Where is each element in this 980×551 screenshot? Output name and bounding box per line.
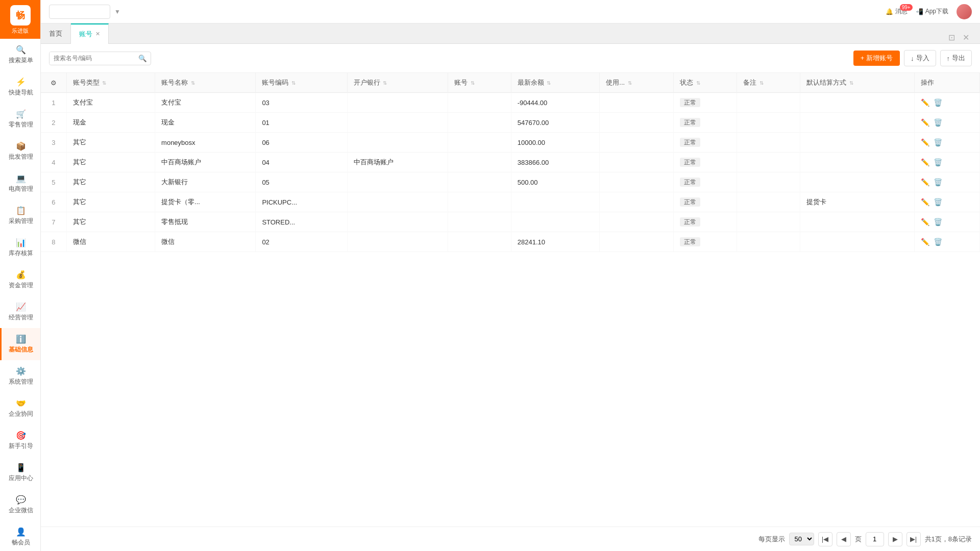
- sidebar-item-wholesale[interactable]: 📦 批发管理: [0, 135, 40, 167]
- col-code[interactable]: 账号编码 ⇅: [256, 73, 347, 93]
- edit-button[interactable]: ✏️: [921, 238, 929, 246]
- col-default[interactable]: 默认结算方式 ⇅: [800, 73, 914, 93]
- first-page-button[interactable]: |◀: [818, 532, 832, 546]
- sidebar-item-member[interactable]: 👤 畅会员: [0, 521, 40, 551]
- export-button[interactable]: ↑ 导出: [940, 50, 972, 66]
- pagination: 每页显示 50 |◀ ◀ 页 ▶ ▶| 共1页，8条记录: [41, 527, 980, 551]
- sidebar-item-wechat[interactable]: 💬 企业微信: [0, 489, 40, 521]
- row-default: [800, 212, 914, 232]
- delete-button[interactable]: 🗑️: [934, 158, 942, 166]
- row-name: 支付宝: [155, 93, 256, 113]
- delete-button[interactable]: 🗑️: [934, 178, 942, 186]
- sidebar-item-retail[interactable]: 🛒 零售管理: [0, 103, 40, 135]
- delete-button[interactable]: 🗑️: [934, 238, 942, 246]
- row-status: 正常: [673, 113, 737, 133]
- delete-button[interactable]: 🗑️: [934, 218, 942, 226]
- prev-page-button[interactable]: ◀: [837, 532, 851, 546]
- message-button[interactable]: 🔔 消息 99+: [886, 7, 908, 16]
- col-type[interactable]: 账号类型 ⇅: [66, 73, 155, 93]
- edit-button[interactable]: ✏️: [921, 158, 929, 166]
- row-code: PICKUPC...: [256, 192, 347, 212]
- col-usage[interactable]: 使用... ⇅: [600, 73, 674, 93]
- chart-icon: 📊: [16, 238, 26, 247]
- sidebar-item-system[interactable]: ⚙️ 系统管理: [0, 360, 40, 392]
- row-balance: 547670.00: [511, 113, 600, 133]
- sidebar-item-label: 基础信息: [9, 345, 33, 354]
- money-icon: 💰: [16, 270, 26, 280]
- restore-button[interactable]: ⊡: [945, 32, 958, 44]
- edit-button[interactable]: ✏️: [921, 198, 929, 206]
- row-account: [448, 93, 511, 113]
- row-usage: [600, 93, 674, 113]
- sidebar-item-operation[interactable]: 📈 经营管理: [0, 296, 40, 328]
- app-download-button[interactable]: 📲 App下载: [916, 7, 948, 16]
- edit-button[interactable]: ✏️: [921, 118, 929, 127]
- col-remark[interactable]: 备注 ⇅: [737, 73, 800, 93]
- row-usage: [600, 232, 674, 252]
- toolbar-right: + 新增账号 ↓ 导入 ↑ 导出: [853, 50, 972, 66]
- sidebar-item-label: 企业协同: [9, 410, 33, 418]
- row-status: 正常: [673, 192, 737, 212]
- sidebar-item-guide[interactable]: 🎯 新手引导: [0, 424, 40, 457]
- sort-icon: ⇅: [102, 80, 106, 86]
- search-input[interactable]: [50, 52, 134, 64]
- delete-button[interactable]: 🗑️: [934, 138, 942, 146]
- col-name[interactable]: 账号名称 ⇅: [155, 73, 256, 93]
- edit-button[interactable]: ✏️: [921, 178, 929, 186]
- row-default: [800, 172, 914, 192]
- row-no: 3: [41, 133, 66, 153]
- col-account[interactable]: 账号 ⇅: [448, 73, 511, 93]
- delete-button[interactable]: 🗑️: [934, 198, 942, 206]
- col-setting[interactable]: ⚙: [41, 73, 66, 93]
- sidebar-item-finance[interactable]: 💰 资金管理: [0, 264, 40, 296]
- tab-account[interactable]: 账号 ✕: [71, 23, 109, 44]
- edit-button[interactable]: ✏️: [921, 218, 929, 226]
- bell-icon: 🔔: [886, 8, 893, 15]
- row-type: 现金: [66, 113, 155, 133]
- sidebar-item-label: 零售管理: [9, 120, 33, 129]
- row-status: 正常: [673, 232, 737, 252]
- export-label: 导出: [952, 54, 965, 63]
- info-icon: ℹ️: [16, 334, 26, 344]
- last-page-button[interactable]: ▶|: [906, 532, 921, 546]
- close-button[interactable]: ✕: [960, 32, 972, 44]
- next-page-button[interactable]: ▶: [888, 532, 902, 546]
- col-balance[interactable]: 最新余额 ⇅: [511, 73, 600, 93]
- user-icon: 👤: [16, 527, 26, 537]
- cart-icon: 🛒: [16, 109, 26, 119]
- row-usage: [600, 113, 674, 133]
- logo-area[interactable]: 畅 乐进版: [0, 0, 40, 39]
- delete-button[interactable]: 🗑️: [934, 118, 942, 127]
- col-status[interactable]: 状态 ⇅: [673, 73, 737, 93]
- tab-close-icon[interactable]: ✕: [95, 31, 100, 37]
- tab-home[interactable]: 首页: [41, 23, 71, 44]
- add-account-button[interactable]: + 新增账号: [853, 51, 900, 66]
- chevron-down-icon[interactable]: ▼: [114, 8, 120, 15]
- row-actions: ✏️ 🗑️: [914, 133, 979, 153]
- sidebar-item-appcenter[interactable]: 📱 应用中心: [0, 457, 40, 489]
- sidebar-item-inventory[interactable]: 📊 库存核算: [0, 232, 40, 264]
- per-page-select[interactable]: 50: [789, 533, 814, 545]
- sort-icon: ⇅: [383, 80, 387, 86]
- user-avatar[interactable]: [957, 4, 972, 19]
- sidebar-item-ecommerce[interactable]: 💻 电商管理: [0, 167, 40, 199]
- page-number-input[interactable]: [866, 532, 884, 546]
- sidebar-item-purchase[interactable]: 📋 采购管理: [0, 199, 40, 232]
- sidebar-item-basicinfo[interactable]: ℹ️ 基础信息: [0, 328, 40, 360]
- delete-button[interactable]: 🗑️: [934, 98, 942, 107]
- top-search-input[interactable]: [49, 5, 110, 19]
- edit-button[interactable]: ✏️: [921, 138, 929, 146]
- edit-button[interactable]: ✏️: [921, 98, 929, 107]
- sidebar-item-collab[interactable]: 🤝 企业协同: [0, 392, 40, 424]
- row-status: 正常: [673, 153, 737, 172]
- col-bank[interactable]: 开户银行 ⇅: [347, 73, 448, 93]
- row-account: [448, 113, 511, 133]
- import-button[interactable]: ↓ 导入: [904, 50, 936, 66]
- sidebar-item-label: 批发管理: [9, 153, 33, 161]
- row-no: 1: [41, 93, 66, 113]
- settings-icon: ⚙: [51, 79, 57, 87]
- sidebar-item-quicknav[interactable]: ⚡ 快捷导航: [0, 71, 40, 103]
- sidebar-item-search[interactable]: 🔍 搜索菜单: [0, 39, 40, 71]
- main-area: ▼ 🔔 消息 99+ 📲 App下载 首页 账号 ✕ ⊡ ✕: [41, 0, 980, 551]
- search-button[interactable]: 🔍: [134, 52, 151, 65]
